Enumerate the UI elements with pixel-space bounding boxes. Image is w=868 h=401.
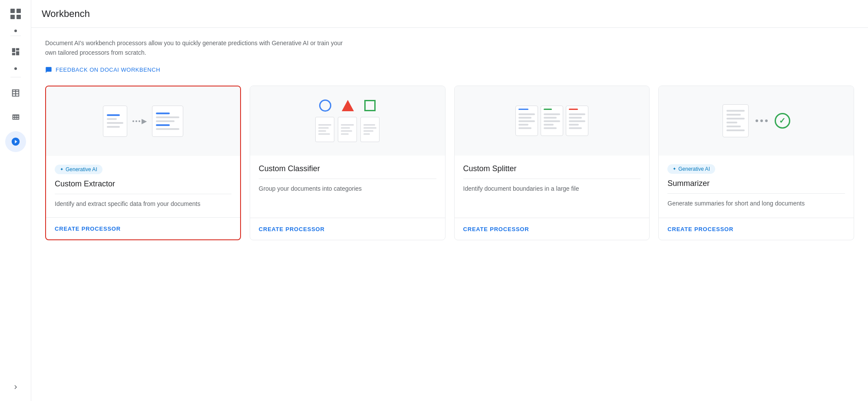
svg-rect-1 — [17, 9, 21, 13]
gen-ai-label-extractor: Generative AI — [66, 166, 97, 172]
page-description: Document AI's workbench processors allow… — [45, 38, 349, 58]
gen-ai-badge-extractor: ✦ Generative AI — [55, 165, 102, 174]
sidebar-item-table[interactable] — [5, 83, 26, 103]
card-footer-extractor: CREATE PROCESSOR — [46, 217, 240, 239]
card-illustration-classifier — [250, 86, 445, 156]
card-body-extractor: ✦ Generative AI Custom Extractor Identif… — [46, 156, 240, 217]
card-divider-splitter — [463, 179, 641, 179]
sidebar-divider-1 — [10, 36, 21, 36]
doc-source — [103, 106, 127, 137]
square-shape — [364, 100, 376, 111]
card-summarizer[interactable]: ✓ ✦ Generative AI Summarizer Generate su… — [658, 86, 854, 240]
card-illustration-summarizer: ✓ — [659, 86, 854, 156]
card-illustration-splitter — [455, 86, 650, 156]
split-doc-1 — [515, 106, 538, 136]
doc-mini-3 — [360, 117, 380, 142]
doc-mini-2 — [338, 117, 357, 142]
app-logo — [7, 5, 24, 23]
card-desc-classifier: Group your documents into categories — [259, 184, 436, 209]
main-content: Workbench Document AI's workbench proces… — [31, 0, 868, 401]
circle-shape — [319, 99, 331, 112]
page-title: Workbench — [42, 8, 90, 20]
doc-mini-1 — [315, 117, 334, 142]
card-illustration-extractor: ▶ — [46, 86, 240, 156]
sidebar-item-dashboard[interactable] — [5, 41, 26, 62]
content-area: Document AI's workbench processors allow… — [31, 28, 868, 401]
sidebar-divider-2 — [10, 77, 21, 77]
card-body-summarizer: ✦ Generative AI Summarizer Generate summ… — [659, 156, 854, 218]
create-splitter-button[interactable]: CREATE PROCESSOR — [463, 226, 529, 232]
sparkle-icon-summarizer: ✦ — [673, 166, 676, 171]
sidebar-item-grid[interactable] — [5, 107, 26, 128]
split-doc-2 — [541, 106, 563, 136]
sidebar — [0, 0, 31, 401]
doc-target — [152, 106, 183, 137]
feedback-link[interactable]: FEEDBACK ON DOCAI WORKBENCH — [45, 66, 160, 73]
card-divider-extractor — [55, 194, 231, 194]
svg-rect-3 — [17, 15, 21, 19]
top-bar: Workbench — [31, 0, 868, 28]
create-extractor-button[interactable]: CREATE PROCESSOR — [55, 225, 121, 232]
sidebar-item-workbench[interactable] — [5, 131, 26, 152]
card-desc-splitter: Identify document boundaries in a large … — [463, 184, 641, 209]
create-summarizer-button[interactable]: CREATE PROCESSOR — [667, 226, 733, 232]
feedback-link-text: FEEDBACK ON DOCAI WORKBENCH — [56, 66, 160, 73]
shapes-row — [319, 99, 376, 112]
card-custom-extractor[interactable]: ▶ ✦ Gen — [45, 86, 241, 240]
card-title-extractor: Custom Extractor — [55, 179, 231, 189]
gen-ai-badge-summarizer: ✦ Generative AI — [667, 164, 715, 174]
card-custom-splitter[interactable]: Custom Splitter Identify document bounda… — [454, 86, 650, 240]
docs-row-classifier — [315, 117, 380, 142]
sidebar-bottom — [9, 380, 23, 394]
card-footer-summarizer: CREATE PROCESSOR — [659, 218, 854, 240]
card-footer-splitter: CREATE PROCESSOR — [455, 218, 650, 240]
svg-rect-2 — [10, 15, 15, 19]
card-divider-summarizer — [667, 193, 845, 194]
sidebar-expand-button[interactable] — [9, 380, 23, 394]
card-title-summarizer: Summarizer — [667, 179, 845, 188]
card-body-splitter: Custom Splitter Identify document bounda… — [455, 156, 650, 218]
card-footer-classifier: CREATE PROCESSOR — [250, 218, 445, 240]
sidebar-dot-2 — [14, 67, 17, 70]
sum-doc — [723, 104, 749, 137]
split-doc-3 — [566, 106, 588, 136]
card-title-splitter: Custom Splitter — [463, 164, 641, 173]
card-body-classifier: Custom Classifier Group your documents i… — [250, 156, 445, 218]
svg-rect-0 — [10, 9, 15, 13]
create-classifier-button[interactable]: CREATE PROCESSOR — [259, 226, 325, 232]
check-circle-icon: ✓ — [775, 113, 790, 129]
arrow-connector: ▶ — [132, 117, 147, 125]
card-title-classifier: Custom Classifier — [259, 164, 436, 173]
sidebar-dot-1 — [14, 30, 17, 32]
cards-grid: ▶ ✦ Gen — [45, 86, 854, 240]
sparkle-icon: ✦ — [60, 167, 63, 172]
card-divider-classifier — [259, 179, 436, 179]
card-desc-summarizer: Generate summaries for short and long do… — [667, 199, 845, 209]
gen-ai-label-summarizer: Generative AI — [678, 166, 710, 172]
summarizer-dots — [756, 119, 768, 122]
triangle-shape — [342, 100, 354, 111]
card-custom-classifier[interactable]: Custom Classifier Group your documents i… — [250, 86, 446, 240]
card-desc-extractor: Identify and extract specific data from … — [55, 199, 231, 209]
